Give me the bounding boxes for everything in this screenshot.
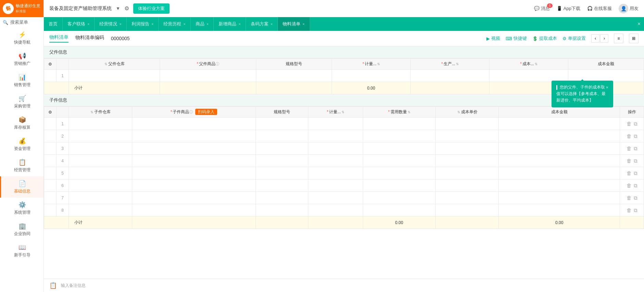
cost-cell[interactable] — [490, 70, 568, 82]
copy-icon[interactable]: ⧉ — [634, 158, 637, 164]
copy-icon[interactable]: ⧉ — [634, 121, 637, 127]
child-spec-cell[interactable] — [256, 179, 308, 192]
tab-close-icon[interactable]: × — [271, 22, 273, 26]
sidebar-item-operations[interactable]: 📋 经营管理 — [0, 155, 44, 176]
child-unit-cost-cell[interactable] — [435, 179, 499, 192]
child-quantity-cell[interactable] — [363, 192, 435, 204]
delete-icon[interactable]: 🗑 — [627, 195, 632, 201]
child-warehouse-cell[interactable] — [69, 155, 132, 167]
tab-customer[interactable]: 客户联络 × — [63, 17, 95, 31]
tab-close-icon[interactable]: × — [302, 22, 305, 26]
sidebar-item-guide[interactable]: 📖 新手引导 — [0, 240, 44, 261]
tab-close-icon[interactable]: × — [238, 22, 240, 26]
child-spec-cell[interactable] — [256, 130, 308, 142]
spec-cell[interactable] — [256, 70, 332, 82]
delete-icon[interactable]: 🗑 — [627, 121, 632, 127]
grid-icon-button[interactable]: ⊞ — [629, 34, 639, 43]
child-unit-cost-cell[interactable] — [435, 155, 499, 167]
sidebar-item-basic-info[interactable]: 📄 基础信息 — [0, 176, 44, 198]
child-quantity-cell[interactable] — [363, 179, 435, 192]
sub-tab-bom-list[interactable]: 物料清单 — [49, 34, 69, 43]
child-spec-cell[interactable] — [256, 142, 308, 155]
child-unit-cell[interactable] — [308, 204, 363, 217]
copy-icon[interactable]: ⧉ — [634, 207, 637, 213]
child-warehouse-cell[interactable] — [69, 142, 132, 155]
sidebar-item-system[interactable]: ⚙️ 系统管理 — [0, 198, 44, 219]
child-product-cell[interactable] — [132, 179, 256, 192]
sub-tab-bom-code[interactable]: 物料清单编码 — [75, 35, 104, 42]
sidebar-item-enterprise[interactable]: 🏢 企业协同 — [0, 219, 44, 240]
tab-close-icon[interactable]: × — [207, 22, 209, 26]
tab-bom[interactable]: 物料清单 × — [278, 17, 310, 31]
extract-cost-action[interactable]: 💲 提取成本 — [532, 35, 557, 42]
unit-cell[interactable] — [332, 70, 411, 82]
child-unit-cost-cell[interactable] — [435, 142, 499, 155]
child-product-cell[interactable] — [132, 204, 256, 217]
delete-icon[interactable]: 🗑 — [627, 133, 632, 139]
copy-icon[interactable]: ⧉ — [634, 195, 637, 201]
child-unit-cell[interactable] — [308, 179, 363, 192]
view-action[interactable]: ▶ 视频 — [486, 35, 500, 42]
child-unit-cell[interactable] — [308, 155, 363, 167]
app-download-action[interactable]: 📱 App下载 — [557, 5, 580, 12]
child-product-cell[interactable] — [132, 118, 256, 130]
copy-icon[interactable]: ⧉ — [634, 133, 637, 139]
tab-operations[interactable]: 经营情况 × — [95, 17, 126, 31]
sidebar-item-quick-nav[interactable]: ⚡ 快捷导航 — [0, 27, 44, 49]
copy-icon[interactable]: ⧉ — [634, 183, 637, 189]
child-unit-cell[interactable] — [308, 142, 363, 155]
child-spec-cell[interactable] — [256, 192, 308, 204]
child-product-cell[interactable] — [132, 155, 256, 167]
parent-product-cell[interactable] — [160, 70, 256, 82]
tab-profit[interactable]: 利润报告 × — [127, 17, 159, 31]
menu-icon-button[interactable]: ≡ — [614, 34, 623, 43]
tooltip-close-icon[interactable]: × — [606, 84, 608, 91]
prev-arrow[interactable]: ‹ — [591, 34, 599, 43]
parent-warehouse-cell[interactable] — [69, 70, 160, 82]
child-unit-cost-cell[interactable] — [435, 130, 499, 142]
sidebar-item-finance[interactable]: 💰 资金管理 — [0, 134, 44, 155]
child-product-cell[interactable] — [132, 130, 256, 142]
tab-home[interactable]: 首页 — [44, 17, 63, 31]
child-warehouse-cell[interactable] — [69, 179, 132, 192]
online-service-action[interactable]: 🎧 在线客服 — [587, 5, 612, 12]
child-unit-cost-cell[interactable] — [435, 118, 499, 130]
child-quantity-cell[interactable] — [363, 118, 435, 130]
tab-close-icon[interactable]: × — [151, 22, 153, 26]
tabs-more[interactable]: × — [634, 21, 644, 27]
search-menu-button[interactable]: 🔍 搜索菜单 — [0, 17, 44, 27]
child-unit-cell[interactable] — [308, 130, 363, 142]
sidebar-item-sales[interactable]: 📊 销售管理 — [0, 70, 44, 91]
child-product-cell[interactable] — [132, 142, 256, 155]
child-quantity-cell[interactable] — [363, 142, 435, 155]
tab-products[interactable]: 商品 × — [191, 17, 214, 31]
copy-icon[interactable]: ⧉ — [634, 170, 637, 176]
tab-close-icon[interactable]: × — [183, 22, 185, 26]
child-spec-cell[interactable] — [256, 167, 308, 179]
child-spec-cell[interactable] — [256, 155, 308, 167]
system-dropdown[interactable]: ▼ — [116, 6, 120, 11]
copy-icon[interactable]: ⧉ — [634, 145, 637, 152]
child-unit-cost-cell[interactable] — [435, 204, 499, 217]
child-spec-cell[interactable] — [256, 118, 308, 130]
message-action[interactable]: 💬 消息 6 — [534, 5, 550, 12]
tab-close-icon[interactable]: × — [119, 22, 121, 26]
child-product-cell[interactable] — [132, 167, 256, 179]
child-unit-cell[interactable] — [308, 118, 363, 130]
child-quantity-cell[interactable] — [363, 204, 435, 217]
child-quantity-cell[interactable] — [363, 167, 435, 179]
child-warehouse-cell[interactable] — [69, 192, 132, 204]
child-spec-cell[interactable] — [256, 204, 308, 217]
child-product-cell[interactable] — [132, 192, 256, 204]
sidebar-item-marketing[interactable]: 📢 营销推广 — [0, 49, 44, 70]
child-quantity-cell[interactable] — [363, 130, 435, 142]
child-warehouse-cell[interactable] — [69, 118, 132, 130]
tab-barcode[interactable]: 条码方案 × — [246, 17, 278, 31]
child-quantity-cell[interactable] — [363, 155, 435, 167]
child-warehouse-cell[interactable] — [69, 204, 132, 217]
child-unit-cost-cell[interactable] — [435, 167, 499, 179]
delete-icon[interactable]: 🗑 — [627, 145, 632, 152]
tab-history[interactable]: 经营历程 × — [159, 17, 190, 31]
delete-icon[interactable]: 🗑 — [627, 183, 632, 189]
tab-close-icon[interactable]: × — [87, 22, 89, 26]
